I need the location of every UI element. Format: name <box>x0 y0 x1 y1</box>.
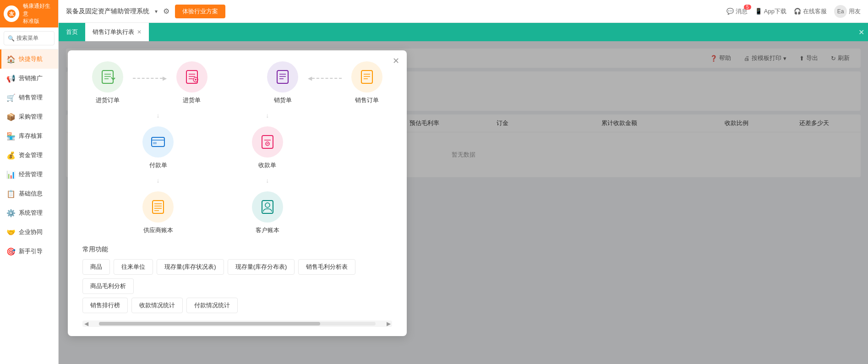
sidebar-item-enterprise[interactable]: 🤝 企业协同 <box>0 223 58 242</box>
func-btn-sales-profit-analysis[interactable]: 销售毛利分析表 <box>298 259 355 275</box>
app-download-button[interactable]: 📱 App下载 <box>755 7 786 16</box>
content-area: ❓ 帮助 🖨 按模板打印 ▾ ⬆ 导出 ↻ 刷新 <box>59 41 868 364</box>
sales-icon: 🛒 <box>7 93 15 102</box>
basic-info-icon: 📋 <box>7 190 15 198</box>
function-buttons-row2: 销售排行榜 收款情况统计 付款情况统计 <box>82 298 392 313</box>
user-area[interactable]: Ea 用友 <box>834 5 861 18</box>
flow-node-receipt-slip[interactable]: 收款单 <box>242 126 293 169</box>
sidebar-item-purchase[interactable]: 📦 采购管理 <box>0 107 58 126</box>
app-dropdown[interactable]: ▾ <box>155 8 158 15</box>
flow-node-supplier-ledger[interactable]: 供应商账本 <box>133 191 183 234</box>
topbar: 装备及固定资产辅助管理系统 ▾ ⚙ 体验行业方案 💬 消息 5 📱 App下载 … <box>59 0 868 23</box>
purchase-slip-label: 进货单 <box>183 96 201 104</box>
svg-point-34 <box>265 203 270 207</box>
tab-close-icon[interactable]: ✕ <box>137 29 142 35</box>
scrollbar-thumb[interactable] <box>99 322 320 326</box>
func-btn-stock-status[interactable]: 现存量(库存状况表) <box>157 259 224 275</box>
tab-sales-order[interactable]: 销售订单执行表 ✕ <box>85 23 149 41</box>
sidebar-item-system[interactable]: ⚙️ 系统管理 <box>0 203 58 223</box>
message-button[interactable]: 💬 消息 5 <box>726 7 748 16</box>
func-btn-counterpart[interactable]: 往来单位 <box>114 259 153 275</box>
sales-slip-icon <box>267 61 298 92</box>
purchase-order-icon <box>92 61 123 92</box>
scroll-right-arrow[interactable]: ▶ <box>385 320 392 327</box>
online-service-button[interactable]: 🎧 在线客服 <box>794 7 827 16</box>
modal-close-button[interactable]: ✕ <box>393 56 399 66</box>
arrow-1: ▶ <box>133 75 167 91</box>
sidebar-item-operations[interactable]: 📊 经营管理 <box>0 165 58 184</box>
main-area: 装备及固定资产辅助管理系统 ▾ ⚙ 体验行业方案 💬 消息 5 📱 App下载 … <box>59 0 868 364</box>
svg-text:友: 友 <box>9 11 15 16</box>
sidebar-item-marketing[interactable]: 📢 营销推广 <box>0 69 58 88</box>
scrollbar-track[interactable] <box>99 322 376 326</box>
customer-ledger-icon <box>252 191 283 223</box>
inventory-icon: 🏪 <box>7 132 15 140</box>
supplier-ledger-label: 供应商账本 <box>143 226 173 234</box>
marketing-icon: 📢 <box>7 74 15 82</box>
purchase-order-label: 进货订单 <box>96 96 120 104</box>
trial-button[interactable]: 体验行业方案 <box>175 5 225 18</box>
sidebar-item-finance[interactable]: 💰 资金管理 <box>0 146 58 165</box>
arrow-2: ◀ <box>308 75 342 91</box>
avatar: Ea <box>834 5 847 18</box>
settings-icon[interactable]: ⚙ <box>163 7 169 16</box>
function-buttons: 商品 往来单位 现存量(库存状况表) 现存量(库存分布表) 销售毛利分析表 商品… <box>82 259 392 294</box>
flow-row-1: 进货订单 ▶ 进 <box>82 61 392 104</box>
flow-node-purchase-order[interactable]: 进货订单 <box>82 61 133 104</box>
sales-order-label: 销售订单 <box>355 96 379 104</box>
payment-slip-icon <box>142 126 174 158</box>
sales-slip-label: 销货单 <box>274 96 292 104</box>
sidebar-item-basic-info[interactable]: 📋 基础信息 <box>0 184 58 203</box>
search-menu-button[interactable]: 🔍 搜索菜单 <box>4 31 55 45</box>
func-btn-payment-stats[interactable]: 付款情况统计 <box>186 298 238 313</box>
sidebar-item-sales[interactable]: 🛒 销售管理 <box>0 88 58 107</box>
modal-scrollbar[interactable]: ◀ ▶ <box>82 321 392 327</box>
scroll-left-arrow[interactable]: ◀ <box>82 320 90 327</box>
message-icon: 💬 <box>726 8 734 15</box>
flow-node-sales-order[interactable]: 销售订单 <box>342 61 392 104</box>
newbie-icon: 🎯 <box>7 247 15 255</box>
flow-row-2: 付款单 收款单 <box>82 126 392 169</box>
common-functions: 常用功能 商品 往来单位 现存量(库存状况表) 现存量(库存分布表) 销售毛利分… <box>82 245 392 313</box>
flow-node-payment-slip[interactable]: 付款单 <box>133 126 183 169</box>
receipt-slip-icon <box>252 126 283 158</box>
svg-rect-28 <box>153 201 164 213</box>
flow-node-sales-slip[interactable]: 销货单 <box>257 61 308 104</box>
modal-overlay[interactable]: ✕ 进货订单 <box>59 41 868 364</box>
sidebar-nav: 🏠 快捷导航 📢 营销推广 🛒 销售管理 📦 采购管理 🏪 库存核算 💰 <box>0 49 58 364</box>
download-icon: 📱 <box>755 8 762 15</box>
customer-ledger-label: 客户账本 <box>256 226 279 234</box>
flow-node-purchase-slip[interactable]: 进货单 <box>167 61 217 104</box>
svg-rect-6 <box>186 71 197 83</box>
search-icon: 🔍 <box>8 35 15 42</box>
func-btn-receipt-stats[interactable]: 收款情况统计 <box>131 298 183 313</box>
flow-row-3: 供应商账本 客户账本 <box>82 191 392 234</box>
sidebar: 友 畅康通好生意 标准版 🔍 搜索菜单 🏠 快捷导航 📢 营销推广 � <box>0 0 59 364</box>
operations-icon: 📊 <box>7 170 15 179</box>
home-icon: 🏠 <box>7 55 15 63</box>
sidebar-item-newbie[interactable]: 🎯 新手引导 <box>0 242 58 261</box>
close-all-tabs-button[interactable]: ✕ <box>858 28 864 37</box>
arrow-row-down: ↓ ↓ <box>82 112 392 119</box>
tab-home[interactable]: 首页 <box>59 23 85 41</box>
func-btn-sales-ranking[interactable]: 销售排行榜 <box>82 298 128 313</box>
app-title: 装备及固定资产辅助管理系统 <box>66 7 149 16</box>
logo-icon: 友 <box>4 5 19 22</box>
receipt-slip-label: 收款单 <box>258 161 276 169</box>
sidebar-item-inventory[interactable]: 🏪 库存核算 <box>0 126 58 146</box>
finance-icon: 💰 <box>7 151 15 159</box>
chevron-down-icon: ▾ <box>155 8 158 15</box>
common-functions-title: 常用功能 <box>82 245 392 254</box>
system-icon: ⚙️ <box>7 209 15 217</box>
func-btn-product[interactable]: 商品 <box>82 259 110 275</box>
svg-rect-17 <box>361 71 372 83</box>
func-btn-stock-distribution[interactable]: 现存量(库存分布表) <box>228 259 295 275</box>
enterprise-icon: 🤝 <box>7 228 15 236</box>
quick-nav-modal: ✕ 进货订单 <box>68 50 407 336</box>
service-icon: 🎧 <box>794 8 801 15</box>
func-btn-product-profit-analysis[interactable]: 商品毛利分析 <box>82 278 134 294</box>
sidebar-item-quick-nav[interactable]: 🏠 快捷导航 <box>0 49 58 69</box>
payment-slip-label: 付款单 <box>149 161 167 169</box>
arrow-row-down-2: ↓ ↓ <box>82 177 392 184</box>
flow-node-customer-ledger[interactable]: 客户账本 <box>242 191 293 234</box>
